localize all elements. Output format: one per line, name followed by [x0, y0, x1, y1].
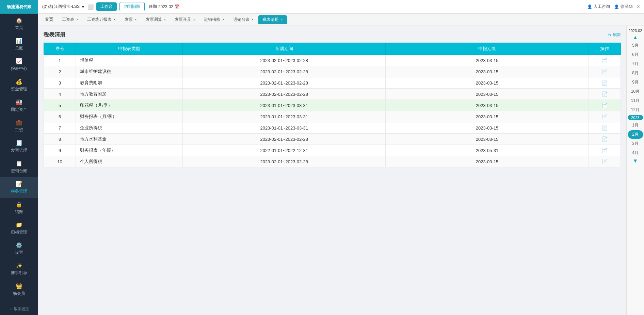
sidebar-item-purchase[interactable]: 📋 进销台账 — [0, 157, 38, 177]
view-icon[interactable]: 📄 — [602, 69, 608, 74]
settings-icon: ⚙️ — [16, 242, 22, 249]
tab-tax-register[interactable]: 税表清册 × — [258, 15, 287, 24]
sidebar-item-asset[interactable]: 🏭 固定资产 — [0, 95, 38, 116]
cell-action[interactable]: 📄 — [589, 100, 621, 111]
view-icon[interactable]: 📄 — [602, 91, 608, 97]
month-item-8[interactable]: 8月 — [628, 69, 643, 77]
tab-invoice-issue[interactable]: 发票开具 × — [171, 15, 199, 24]
cell-action[interactable]: 📄 — [589, 55, 621, 66]
cell-type: 印花税（月/季） — [76, 100, 183, 111]
sidebar-item-archive[interactable]: 📁 归档管理 — [0, 218, 38, 239]
sidebar-item-guide[interactable]: ✨ 新手引导 — [0, 259, 38, 280]
tab-salary-report[interactable]: 工资统计报表 × — [83, 15, 120, 24]
sidebar-item-close[interactable]: 🔒 结账 — [0, 198, 38, 218]
close-button[interactable]: × — [637, 4, 640, 10]
tab-close-icon[interactable]: × — [193, 18, 195, 21]
tab-close-icon[interactable]: × — [281, 18, 283, 21]
fund-icon: 💰 — [16, 78, 22, 85]
tab-close-icon[interactable]: × — [252, 18, 254, 21]
cell-action[interactable]: 📄 — [589, 89, 621, 100]
tab-salary-report-label: 工资统计报表 — [87, 17, 112, 22]
unpin-button[interactable]: ↔ 取消固定 — [0, 303, 38, 315]
sidebar-item-label: 报表中心 — [11, 66, 27, 72]
tab-invoice-calc[interactable]: 发票测算 × — [142, 15, 170, 24]
tab-salary[interactable]: 工资表 × — [58, 15, 82, 24]
cell-type: 财务报表（年报） — [76, 145, 183, 156]
view-icon[interactable]: 📄 — [602, 136, 608, 142]
month-item-9[interactable]: 9月 — [628, 78, 643, 87]
month-item-12[interactable]: 12月 — [628, 106, 643, 114]
refresh-icon: ↻ — [608, 33, 611, 38]
switch-old-button[interactable]: 切到旧版 — [119, 2, 145, 11]
sidebar-item-settings[interactable]: ⚙️ 设置 — [0, 239, 38, 259]
month-item-6[interactable]: 6月 — [628, 50, 643, 59]
tab-close-icon[interactable]: × — [164, 18, 166, 21]
sidebar-item-report[interactable]: 📈 报表中心 — [0, 55, 38, 75]
view-icon[interactable]: 📄 — [602, 114, 608, 119]
cell-action[interactable]: 📄 — [589, 122, 621, 134]
col-header-deadline: 申报期限 — [386, 43, 589, 55]
cell-deadline: 2023-05-31 — [386, 145, 589, 156]
tab-close-icon[interactable]: × — [76, 18, 78, 21]
tab-invoice-calc-label: 发票测算 — [146, 17, 162, 22]
tab-purchase-check[interactable]: 进销稽核 × — [200, 15, 228, 24]
workbench-button[interactable]: 工作台 — [96, 2, 117, 11]
month-item-2[interactable]: 2月 — [628, 130, 643, 139]
salary-icon: 💼 — [16, 119, 22, 126]
cell-action[interactable]: 📄 — [589, 66, 621, 77]
sidebar-item-label: 总账 — [15, 45, 23, 51]
sidebar-item-fund[interactable]: 💰 资金管理 — [0, 75, 38, 95]
view-icon[interactable]: 📄 — [602, 103, 608, 108]
calendar-icon[interactable]: 📅 — [175, 4, 180, 9]
cell-period: 2022-01-01~2022-12-31 — [183, 145, 386, 156]
month-item-10[interactable]: 10月 — [628, 87, 643, 96]
cell-action[interactable]: 📄 — [589, 134, 621, 145]
tab-home[interactable]: 首页 — [41, 15, 57, 24]
view-icon[interactable]: 📄 — [602, 148, 608, 153]
page-title: 税表清册 — [44, 31, 65, 39]
user-avatar[interactable]: 👤 徐泽华 — [614, 4, 633, 10]
sidebar-item-tax[interactable]: 📝 税务管理 — [0, 177, 38, 198]
refresh-button[interactable]: ↻ 刷新 — [608, 32, 621, 38]
cell-deadline: 2023-03-15 — [386, 89, 589, 100]
consultant-button[interactable]: 👤 人工咨询 — [587, 4, 610, 10]
month-item-11[interactable]: 11月 — [628, 96, 643, 105]
sidebar-item-invoice[interactable]: 🧾 发票管理 — [0, 136, 38, 157]
cell-action[interactable]: 📄 — [589, 77, 621, 89]
tab-close-icon[interactable]: × — [114, 18, 116, 21]
report-icon: 📈 — [16, 58, 22, 64]
guide-icon: ✨ — [16, 262, 22, 269]
view-icon[interactable]: 📄 — [602, 80, 608, 86]
view-icon[interactable]: 📄 — [602, 58, 608, 63]
cell-action[interactable]: 📄 — [589, 111, 621, 122]
tab-close-icon[interactable]: × — [222, 18, 224, 21]
cell-seq: 3 — [44, 77, 76, 89]
cell-deadline: 2023-03-15 — [386, 77, 589, 89]
view-icon[interactable]: 📄 — [602, 159, 608, 164]
main-content: (勿动) 江西报宝-LSS ▼ ⬜ 工作台 切到旧版 账期 2023-02 📅 … — [38, 0, 644, 315]
tab-purchase-ledger[interactable]: 进销台账 × — [229, 15, 258, 24]
tab-close-icon[interactable]: × — [135, 18, 137, 21]
table-row: 3 教育费附加 2023-02-01~2023-02-28 2023-03-15… — [44, 77, 621, 89]
month-item-5[interactable]: 5月 — [628, 41, 643, 50]
month-item-3[interactable]: 3月 — [628, 139, 643, 148]
cell-seq: 8 — [44, 134, 76, 145]
view-icon[interactable]: 📄 — [602, 125, 608, 131]
nav-up-button[interactable]: ▲ — [633, 34, 638, 41]
sidebar-item-home[interactable]: 🏠 首页 — [0, 14, 38, 34]
month-item-4[interactable]: 4月 — [628, 149, 643, 157]
cell-action[interactable]: 📄 — [589, 145, 621, 156]
nav-down-button[interactable]: ▼ — [633, 158, 638, 164]
tab-invoice[interactable]: 发票 × — [120, 15, 141, 24]
col-header-action: 操作 — [589, 43, 621, 55]
company-selector[interactable]: (勿动) 江西报宝-LSS ▼ — [42, 4, 85, 10]
sidebar-item-member[interactable]: 👑 畅会员 — [0, 280, 38, 300]
table-row: 9 财务报表（年报） 2022-01-01~2022-12-31 2023-05… — [44, 145, 621, 156]
month-item-1[interactable]: 1月 — [628, 121, 643, 130]
cell-action[interactable]: 📄 — [589, 156, 621, 167]
topbar-right: 👤 人工咨询 👤 徐泽华 × — [587, 4, 640, 10]
tab-purchase-ledger-label: 进销台账 — [233, 17, 249, 22]
sidebar-item-salary[interactable]: 💼 工资 — [0, 116, 38, 136]
sidebar-item-ledger[interactable]: 📊 总账 — [0, 34, 38, 55]
month-item-7[interactable]: 7月 — [628, 60, 643, 68]
